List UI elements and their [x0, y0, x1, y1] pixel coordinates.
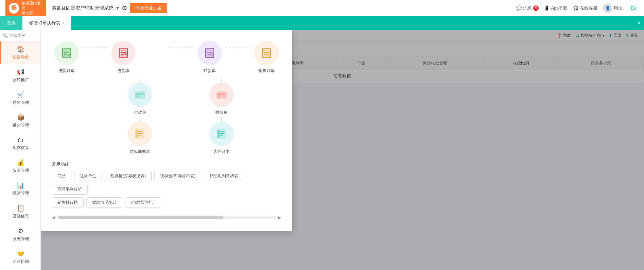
- modal-box: 进货订单 →: [41, 30, 292, 231]
- scroll-thumb: [58, 216, 223, 219]
- func-btn-goods[interactable]: 商品: [52, 171, 71, 181]
- settings-icon-btn[interactable]: ⚙: [122, 4, 127, 12]
- flow-node-sales-order[interactable]: 销售订单: [251, 41, 281, 74]
- system-dropdown-btn[interactable]: ▾: [116, 5, 119, 11]
- svg-text:¥: ¥: [218, 95, 220, 98]
- flow-node-purchase-order[interactable]: 进货订单: [52, 41, 82, 74]
- scroll-left-arrow[interactable]: ◀: [52, 215, 55, 220]
- arrow-h-1: →: [82, 44, 108, 70]
- v-arrow-receipt: ↓: [220, 76, 223, 83]
- flow-col-supplier: ↓ 供应商账本: [120, 115, 160, 155]
- arrow-h-3: ←: [225, 44, 251, 70]
- nav-tabs-close-all[interactable]: ×: [638, 20, 644, 26]
- sales-order-circle: [254, 41, 279, 65]
- tab-home[interactable]: 首页: [0, 16, 22, 30]
- finance-icon: 💰: [17, 159, 24, 166]
- func-btn-goods-profit[interactable]: 商品毛利分析: [52, 184, 88, 195]
- flow-row-3-wrapper: ↓ 供应商账本: [52, 115, 281, 155]
- online-service-btn[interactable]: 🎧 在线客服: [573, 5, 597, 11]
- main-layout: 🔍 搜索菜单 🏠 快捷导航 📢 营销推广 🛒 销售管理 📦 采购管理 🗂 库存核…: [0, 30, 644, 270]
- flow-col-payment: ↓ ¥ 付款单: [120, 76, 160, 115]
- v-arrow-customer: ↓: [220, 115, 223, 122]
- supplier-ledger-circle: [128, 122, 152, 146]
- service-icon: 🎧: [573, 5, 578, 11]
- func-btn-payment-stats[interactable]: 付款情况统计: [125, 197, 161, 208]
- message-btn[interactable]: 💬 消息 5: [516, 5, 539, 11]
- flow-node-purchase-bill[interactable]: 进货单: [108, 41, 138, 74]
- flow-row-1: 进货订单 →: [52, 38, 281, 76]
- sidebar-item-operations[interactable]: 📊 经营管理: [0, 178, 40, 200]
- logo-icon: 畅: [9, 3, 19, 14]
- func-buttons: 商品 往来单位 现存量(库存状况表) 现存量(库存分布表) 销售毛利分析表 商品…: [52, 171, 281, 195]
- message-badge: 5: [533, 5, 539, 11]
- svg-point-21: [267, 53, 270, 56]
- flow-row-2-wrapper: ↓ ¥ 付款单: [52, 76, 281, 115]
- svg-rect-29: [135, 130, 138, 138]
- sidebar-item-quick-nav[interactable]: 🏠 快捷导航: [0, 41, 40, 64]
- system-title: 装备及固定资产辅助管理系统: [52, 5, 114, 11]
- flow-node-receipt[interactable]: ¥ 收款单: [201, 83, 242, 115]
- receipt-label: 收款单: [215, 110, 228, 115]
- modal-scrollbar: ◀ ▶: [52, 215, 281, 220]
- func-btn-receipt-stats[interactable]: 收款情况统计: [86, 197, 122, 208]
- sidebar-item-sales[interactable]: 🛒 销售管理: [0, 87, 40, 110]
- nav-tabs: 首页 销售订单执行表 × ×: [0, 16, 644, 30]
- trial-btn[interactable]: 体验行业方案: [130, 3, 167, 13]
- sales-bill-circle: [197, 41, 222, 65]
- header-right: 💬 消息 5 📱 App下载 🎧 在线客服 👤 用友 Ea: [516, 3, 639, 13]
- download-icon: 📱: [544, 5, 550, 11]
- func-btn-sales-ranking[interactable]: 销售排行榜: [52, 197, 84, 208]
- search-icon: 🔍: [3, 33, 8, 38]
- supplier-ledger-label: 供应商账本: [130, 149, 150, 155]
- func-btn-sales-profit-table[interactable]: 销售毛利分析表: [204, 171, 244, 181]
- func-btn-partners[interactable]: 往来单位: [74, 171, 102, 181]
- svg-rect-15: [210, 53, 213, 56]
- purchase-icon: 📦: [17, 114, 24, 121]
- flow-node-supplier-ledger[interactable]: 供应商账本: [120, 122, 160, 155]
- quick-nav-icon: 🏠: [17, 46, 24, 53]
- sales-order-label: 销售订单: [258, 68, 275, 74]
- sidebar-item-finance[interactable]: 💰 资金管理: [0, 155, 40, 178]
- purchase-order-label: 进货订单: [58, 68, 75, 74]
- v-arrow-payment: ↓: [139, 76, 142, 83]
- logo-text: 畅康通好生意 标准版: [22, 1, 43, 15]
- top-header: 畅 畅康通好生意 标准版 装备及固定资产辅助管理系统 ▾ ⚙ 体验行业方案 💬 …: [0, 0, 644, 16]
- purchase-bill-circle: [111, 41, 136, 65]
- func-btn-inventory-dist[interactable]: 现存量(库存分布表): [154, 171, 201, 181]
- marketing-icon: 📢: [17, 68, 24, 76]
- sales-bill-label: 销货单: [204, 68, 216, 74]
- tab-close-btn[interactable]: ×: [62, 21, 65, 25]
- sidebar-item-inventory[interactable]: 🗂 库存核算: [0, 132, 40, 155]
- sidebar-item-basic-info[interactable]: 📋 基础信息: [0, 200, 40, 223]
- tab-sales-order-exec-label: 销售订单执行表: [29, 20, 60, 26]
- flow-node-sales-bill[interactable]: 销货单: [195, 41, 225, 74]
- sidebar: 🔍 搜索菜单 🏠 快捷导航 📢 营销推广 🛒 销售管理 📦 采购管理 🗂 库存核…: [0, 30, 41, 270]
- arrow-h-2: ←: [168, 44, 195, 70]
- sidebar-search[interactable]: 🔍 搜索菜单: [0, 30, 40, 41]
- v-arrow-supplier: ↓: [139, 115, 142, 122]
- sidebar-item-purchase[interactable]: 📦 采购管理: [0, 110, 40, 132]
- enterprise-icon: 🤝: [17, 250, 24, 257]
- flow-node-customer-ledger[interactable]: 客户账本: [201, 122, 242, 155]
- sales-icon: 🛒: [17, 91, 24, 98]
- user-area[interactable]: 👤 用友: [603, 3, 623, 13]
- sidebar-item-newbie[interactable]: 📖 新手引导: [0, 269, 40, 270]
- sidebar-item-marketing[interactable]: 📢 营销推广: [0, 64, 40, 87]
- common-functions: 常用功能 商品 往来单位 现存量(库存状况表) 现存量(库存分布表) 销售毛利分…: [52, 161, 281, 208]
- customer-ledger-label: 客户账本: [213, 149, 230, 155]
- func-buttons-row2: 销售排行榜 收款情况统计 付款情况统计: [52, 197, 281, 208]
- logo-area: 畅 畅康通好生意 标准版: [5, 0, 46, 16]
- message-icon: 💬: [516, 5, 522, 11]
- sidebar-item-enterprise[interactable]: 🤝 企业协同: [0, 246, 40, 269]
- svg-text:¥: ¥: [136, 95, 138, 98]
- sidebar-item-system[interactable]: ⚙ 系统管理: [0, 223, 40, 246]
- flow-col-customer: ↓ 客户账本: [201, 115, 242, 155]
- func-btn-inventory-status[interactable]: 现存量(库存状况表): [105, 171, 152, 181]
- avatar: 👤: [603, 3, 612, 13]
- system-icon: ⚙: [18, 227, 23, 235]
- tab-sales-order-exec[interactable]: 销售订单执行表 ×: [22, 16, 71, 30]
- purchase-order-circle: [54, 41, 79, 65]
- scroll-right-arrow[interactable]: ▶: [278, 215, 281, 220]
- app-download-btn[interactable]: 📱 App下载: [544, 5, 568, 11]
- flow-node-payment[interactable]: ¥ 付款单: [120, 83, 160, 115]
